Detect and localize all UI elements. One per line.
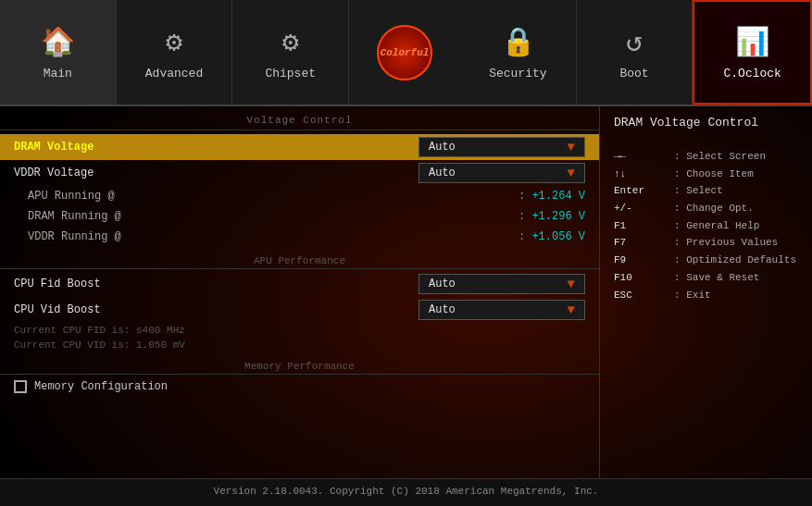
key-combo-screen: →←: [614, 148, 669, 166]
nav-item-coclock[interactable]: 📊 C.Oclock: [693, 0, 812, 105]
cpu-fid-boost-row[interactable]: CPU Fid Boost Auto ▼: [0, 271, 599, 297]
key-combo-f7: F7: [614, 234, 669, 252]
right-panel-title: DRAM Voltage Control: [614, 116, 798, 130]
dram-voltage-label: DRAM Voltage: [14, 141, 418, 154]
key-combo-esc: ESC: [614, 287, 669, 304]
logo-image: Colorful: [377, 25, 432, 80]
vddr-running-value: : +1.056 V: [518, 230, 585, 243]
nav-item-security[interactable]: 🔒 Security: [460, 0, 577, 105]
dram-voltage-arrow: ▼: [568, 140, 575, 154]
key-combo-f9: F9: [614, 252, 669, 269]
nav-label-chipset: Chipset: [265, 67, 316, 80]
help-key-f9: F9 : Optimized Defaults: [614, 252, 798, 269]
memory-performance-header: Memory Performance: [0, 356, 599, 375]
nav-label-security: Security: [489, 67, 546, 80]
nav-label-main: Main: [44, 67, 72, 80]
vddr-voltage-label: VDDR Voltage: [14, 167, 418, 179]
vddr-voltage-dropdown[interactable]: Auto ▼: [418, 163, 585, 183]
cpu-vid-boost-row[interactable]: CPU Vid Boost Auto ▼: [0, 297, 599, 323]
dram-running-row: DRAM Running @ : +1.296 V: [0, 206, 599, 227]
left-panel: Voltage Control DRAM Voltage Auto ▼ VDDR…: [0, 106, 599, 478]
right-panel: DRAM Voltage Control →← : Select Screen …: [599, 106, 812, 478]
key-desc-enter: : Select: [674, 182, 723, 200]
nav-label-coclock: C.Oclock: [723, 67, 781, 80]
apu-performance-header: APU Performance: [0, 251, 599, 269]
footer-text: Version 2.18.0043. Copyright (C) 2018 Am…: [214, 486, 599, 497]
vddr-voltage-arrow: ▼: [568, 166, 575, 180]
help-key-screen: →← : Select Screen: [614, 148, 798, 166]
security-icon: 🔒: [501, 25, 535, 59]
key-combo-change: +/-: [614, 200, 669, 217]
key-desc-change: : Change Opt.: [674, 200, 754, 217]
boot-icon: ↺: [626, 25, 643, 59]
cpu-vid-boost-label: CPU Vid Boost: [14, 303, 418, 316]
nav-label-advanced: Advanced: [145, 67, 203, 80]
key-combo-f1: F1: [614, 217, 669, 235]
key-desc-item: : Choose Item: [674, 166, 754, 183]
cpu-vid-boost-dropdown[interactable]: Auto ▼: [418, 300, 585, 320]
cpu-vid-boost-value: Auto: [429, 303, 456, 316]
key-desc-screen: : Select Screen: [674, 148, 766, 166]
advanced-icon: ⚙: [166, 25, 182, 59]
current-cpu-fid-info: Current CPU FID is: s400 MHz: [0, 323, 599, 338]
key-desc-f7: : Previous Values: [674, 234, 778, 252]
current-cpu-vid-info: Current CPU VID is: 1.050 mV: [0, 338, 599, 352]
vddr-voltage-value: Auto: [429, 167, 456, 179]
key-desc-f10: : Save & Reset: [674, 269, 759, 287]
cpu-vid-boost-arrow: ▼: [568, 302, 575, 317]
help-key-change: +/- : Change Opt.: [614, 200, 798, 217]
navbar: 🏠 Main ⚙ Advanced ⚙ Chipset Colorful 🔒 S…: [0, 0, 812, 106]
help-key-esc: ESC : Exit: [614, 287, 798, 304]
apu-running-row: APU Running @ : +1.264 V: [0, 186, 599, 206]
key-combo-item: ↑↓: [614, 166, 669, 183]
cpu-fid-boost-dropdown[interactable]: Auto ▼: [418, 274, 585, 294]
help-key-item: ↑↓ : Choose Item: [614, 166, 798, 183]
dram-voltage-dropdown[interactable]: Auto ▼: [418, 137, 585, 157]
memory-config-row[interactable]: Memory Configuration: [0, 376, 599, 397]
main-content: Voltage Control DRAM Voltage Auto ▼ VDDR…: [0, 106, 812, 478]
help-key-f1: F1 : General Help: [614, 217, 798, 235]
key-desc-f1: : General Help: [674, 217, 759, 235]
footer: Version 2.18.0043. Copyright (C) 2018 Am…: [0, 478, 812, 506]
nav-item-boot[interactable]: ↺ Boot: [577, 0, 693, 105]
help-keys-section: →← : Select Screen ↑↓ : Choose Item Ente…: [614, 148, 798, 303]
nav-item-chipset[interactable]: ⚙ Chipset: [232, 0, 349, 105]
apu-running-label: APU Running @: [14, 190, 514, 203]
key-combo-enter: Enter: [614, 182, 669, 200]
dram-running-label: DRAM Running @: [14, 210, 514, 223]
dram-voltage-value: Auto: [429, 141, 456, 154]
main-icon: 🏠: [41, 25, 75, 59]
nav-item-main[interactable]: 🏠 Main: [0, 0, 117, 105]
vddr-running-row: VDDR Running @ : +1.056 V: [0, 227, 599, 247]
nav-item-advanced[interactable]: ⚙ Advanced: [117, 0, 233, 105]
apu-running-value: : +1.264 V: [518, 190, 585, 203]
cpu-fid-boost-label: CPU Fid Boost: [14, 278, 418, 290]
dram-voltage-row[interactable]: DRAM Voltage Auto ▼: [0, 134, 599, 160]
help-key-f7: F7 : Previous Values: [614, 234, 798, 252]
help-key-f10: F10 : Save & Reset: [614, 269, 798, 287]
cpu-fid-boost-value: Auto: [429, 278, 456, 290]
help-key-enter: Enter : Select: [614, 182, 798, 200]
cpu-fid-boost-arrow: ▼: [568, 277, 575, 291]
memory-config-label: Memory Configuration: [34, 380, 168, 393]
dram-running-value: : +1.296 V: [518, 210, 585, 223]
nav-label-boot: Boot: [619, 67, 648, 80]
voltage-control-header: Voltage Control: [0, 111, 599, 130]
nav-logo: Colorful: [349, 0, 460, 105]
key-combo-f10: F10: [614, 269, 669, 287]
key-desc-f9: : Optimized Defaults: [674, 252, 796, 269]
logo-text: Colorful: [381, 47, 430, 58]
key-desc-esc: : Exit: [674, 287, 711, 304]
chipset-icon: ⚙: [282, 25, 299, 59]
coclock-icon: 📊: [735, 25, 769, 59]
vddr-voltage-row[interactable]: VDDR Voltage Auto ▼: [0, 160, 599, 186]
vddr-running-label: VDDR Running @: [14, 230, 514, 243]
memory-config-checkbox[interactable]: [14, 380, 27, 393]
